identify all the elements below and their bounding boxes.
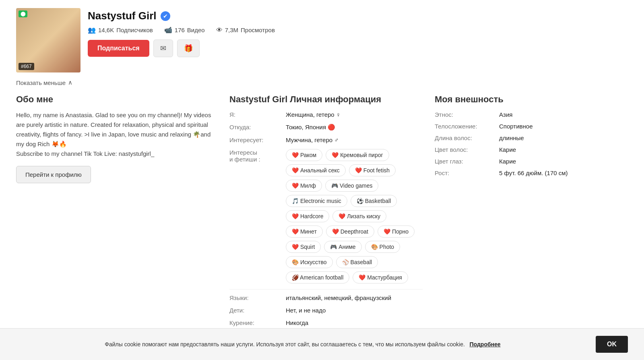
interest-tag: 🎨 Искусство: [286, 256, 333, 268]
field-languages-value: итальянский, немецкий, французский: [286, 294, 391, 301]
field-smoking-label: Курение:: [229, 319, 282, 326]
appearance-label: Рост:: [435, 170, 499, 176]
field-from-label: Откуда:: [229, 124, 282, 130]
field-children-label: Дети:: [229, 307, 282, 314]
subscribers-icon: 👥: [88, 26, 96, 34]
field-languages: Языки: итальянский, немецкий, французски…: [229, 294, 423, 301]
field-smoking: Курение: Никогда: [229, 319, 423, 326]
avatar-wrap: ⬤ #667: [16, 8, 80, 72]
interest-tag: 🎮 Video games: [325, 180, 378, 192]
appearance-row: Длина волос:длинные: [435, 134, 628, 141]
profile-name-row: Nastystuf Girl ✔: [88, 10, 628, 22]
field-ya-value: Женщина, гетеро ♀️: [286, 111, 341, 118]
rank-badge: #667: [19, 63, 34, 70]
appearance-value: Карие: [499, 146, 516, 153]
cookie-details-link[interactable]: Подробнее: [470, 341, 501, 348]
verified-icon: ✔: [161, 11, 170, 21]
chevron-up-icon: ∧: [68, 79, 72, 86]
interest-tag: 🎮 Аниме: [324, 241, 361, 253]
cookie-text: Файлы cookie помогают нам предоставлять …: [16, 341, 589, 348]
cookie-ok-button[interactable]: OK: [596, 336, 628, 352]
interest-tag: ❤️ Милф: [286, 180, 322, 192]
actions-row: Подписаться ✉ 🎁: [88, 39, 628, 57]
subscribe-button[interactable]: Подписаться: [88, 40, 149, 57]
tags-container: ❤️ Раком❤️ Кремовый пирог❤️ Анальный сек…: [286, 149, 423, 283]
interest-tag: ⚾ Baseball: [336, 256, 378, 268]
go-to-profile-button[interactable]: Перейти к профилю: [16, 166, 91, 183]
stats-row: 👥 14,6K Подписчиков 📹 176 Видео 👁 7,3М П…: [88, 26, 628, 34]
field-languages-label: Языки:: [229, 294, 282, 301]
interest-tag: ⚽ Basketball: [351, 195, 397, 207]
interest-tag: ❤️ Deepthroat: [326, 226, 374, 238]
interest-tag: ❤️ Анальный секс: [286, 164, 346, 176]
show-less-toggle[interactable]: Показать меньше ∧: [16, 79, 628, 86]
about-section: Обо мне Hello, my name is Anastasia. Gla…: [16, 94, 217, 344]
appearance-value: Карие: [499, 158, 516, 165]
interest-tag: ❤️ Порно: [378, 226, 415, 238]
field-interests: Интересыи фетиши : ❤️ Раком❤️ Кремовый п…: [229, 149, 423, 283]
interest-tag: ❤️ Мастурбация: [353, 271, 408, 283]
interest-tag: ❤️ Кремовый пирог: [326, 149, 389, 161]
appearance-value: 5 фут. 66 дюйм. (170 см): [499, 170, 568, 176]
field-ya-label: Я:: [229, 111, 282, 118]
appearance-label: Длина волос:: [435, 134, 499, 141]
views-label: Просмотров: [241, 27, 275, 33]
field-interested-value: Мужчина, гетеро ♂️: [286, 137, 339, 143]
interest-tag: ❤️ Лизать киску: [332, 210, 386, 222]
views-count: 7,3М: [225, 27, 238, 33]
main-content: Обо мне Hello, my name is Anastasia. Gla…: [16, 94, 628, 344]
appearance-title: Моя внешность: [435, 94, 628, 105]
interest-tag: ❤️ Минет: [286, 226, 323, 238]
videos-stat: 📹 176 Видео: [164, 26, 205, 34]
appearance-label: Цвет глаз:: [435, 158, 499, 165]
appearance-value: Азия: [499, 111, 512, 118]
appearance-row: Этнос:Азия: [435, 111, 628, 118]
subscribers-count: 14,6K: [98, 27, 114, 33]
appearance-row: Цвет волос:Карие: [435, 146, 628, 153]
subscribers-label: Подписчиков: [116, 27, 153, 33]
personal-info-section: Nastystuf Girl Личная информация Я: Женщ…: [229, 94, 423, 344]
videos-label: Видео: [187, 27, 205, 33]
message-button[interactable]: ✉: [153, 39, 173, 57]
interest-tag: 🏈 American football: [286, 271, 349, 283]
field-interested-label: Интересует:: [229, 137, 282, 143]
cookie-message: Файлы cookie помогают нам предоставлять …: [105, 341, 465, 348]
appearance-label: Этнос:: [435, 111, 499, 118]
appearance-row: Цвет глаз:Карие: [435, 158, 628, 165]
appearance-value: Спортивное: [499, 123, 533, 130]
interest-tag: 🎨 Photo: [365, 241, 400, 253]
profile-header: ⬤ #667 Nastystuf Girl ✔ 👥 14,6K Подписчи…: [16, 8, 628, 72]
interest-tag: 🎵 Electronic music: [286, 195, 347, 207]
field-children-value: Нет, и не надо: [286, 307, 326, 314]
field-children: Дети: Нет, и не надо: [229, 307, 423, 314]
appearance-value: длинные: [499, 134, 524, 141]
field-from-value: Токио, Япония 🔴: [286, 124, 335, 131]
gift-button[interactable]: 🎁: [177, 39, 200, 57]
interest-tag: ❤️ Раком: [286, 149, 322, 161]
field-smoking-value: Никогда: [286, 319, 308, 326]
views-stat: 👁 7,3М Просмотров: [216, 27, 275, 34]
appearance-label: Телосложение:: [435, 123, 499, 130]
appearance-label: Цвет волос:: [435, 146, 499, 153]
interest-tag: ❤️ Foot fetish: [349, 164, 396, 176]
appearance-section: Моя внешность Этнос:АзияТелосложение:Спо…: [435, 94, 628, 344]
field-interested: Интересует: Мужчина, гетеро ♂️: [229, 137, 423, 143]
profile-info: Nastystuf Girl ✔ 👥 14,6K Подписчиков 📹 1…: [88, 8, 628, 57]
interest-tag: ❤️ Hardcore: [286, 210, 329, 222]
videos-count: 176: [175, 27, 185, 33]
subscribers-stat: 👥 14,6K Подписчиков: [88, 26, 153, 34]
field-from: Откуда: Токио, Япония 🔴: [229, 124, 423, 131]
live-badge: ⬤: [19, 10, 27, 17]
profile-name: Nastystuf Girl: [88, 10, 157, 22]
about-title: Обо мне: [16, 94, 217, 105]
views-icon: 👁: [216, 27, 223, 34]
about-text: Hello, my name is Anastasia. Glad to see…: [16, 110, 217, 159]
show-less-label: Показать меньше: [16, 79, 66, 86]
appearance-row: Рост:5 фут. 66 дюйм. (170 см): [435, 170, 628, 176]
appearance-row: Телосложение:Спортивное: [435, 123, 628, 130]
field-ya: Я: Женщина, гетеро ♀️: [229, 111, 423, 118]
interest-tag: ❤️ Squirt: [286, 241, 321, 253]
cookie-banner: Файлы cookie помогают нам предоставлять …: [0, 328, 644, 352]
personal-info-title: Nastystuf Girl Личная информация: [229, 94, 423, 105]
interests-label: Интересыи фетиши :: [229, 149, 282, 163]
